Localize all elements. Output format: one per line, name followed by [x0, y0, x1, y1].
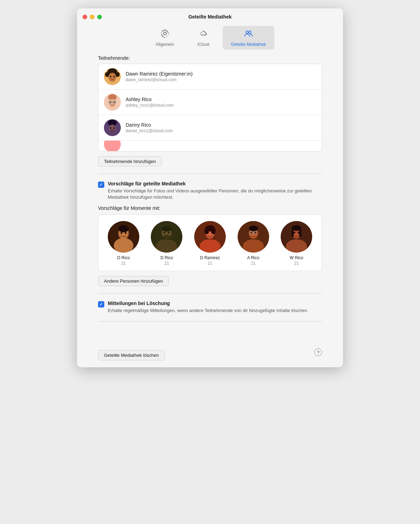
checkbox-wrapper-2 [98, 301, 104, 307]
person-name-wrico: W Rico [290, 255, 303, 260]
tab-allgemein[interactable]: Allgemein [146, 26, 184, 50]
add-people-button[interactable]: Andere Personen hinzufügen [98, 276, 169, 286]
svg-point-29 [120, 232, 122, 234]
participant-name: Danny Rico [126, 122, 173, 128]
participant-name: Dawn Ramirez (Eigentümer:in) [126, 71, 192, 77]
svg-point-7 [110, 76, 111, 77]
svg-point-21 [113, 127, 115, 129]
svg-point-1 [249, 31, 251, 34]
divider-1 [98, 174, 322, 174]
main-window: Geteilte Mediathek Allgemein iCloud [77, 8, 343, 367]
tab-geteilt-label: Geteilte Mediathek [231, 42, 266, 47]
svg-point-54 [251, 232, 252, 233]
person-name-orico: O Rico [117, 255, 130, 260]
participant-name: Ashley Rico [126, 97, 174, 102]
svg-point-62 [294, 232, 295, 234]
participants-list: Dawn Ramirez (Eigentümer:in) dawn_ramire… [98, 64, 322, 151]
person-card-drico[interactable]: D Rico 21 [151, 221, 182, 266]
minimize-button[interactable] [90, 15, 94, 19]
person-name-drico: D Rico [160, 255, 173, 260]
svg-point-30 [125, 232, 126, 234]
person-name-dramirez: D Ramirez [200, 255, 220, 260]
svg-rect-38 [151, 221, 182, 253]
cloud-icon [198, 29, 208, 41]
window-controls [83, 15, 102, 19]
main-content: Teilnehmende: [77, 55, 343, 339]
svg-point-23 [104, 141, 121, 151]
suggestions-checkbox-title: Vorschläge für geteilte Mediathek [108, 181, 322, 186]
participant-info: Danny Rico daniel_rico1@icloud.com [126, 122, 173, 133]
suggestions-checkbox[interactable] [98, 182, 104, 188]
svg-point-63 [298, 232, 300, 234]
svg-point-28 [118, 225, 129, 232]
person-photo-arico [238, 221, 269, 253]
toolbar: Allgemein iCloud Geteilte Mediathek [77, 22, 343, 55]
notifications-checkbox-title: Mitteilungen bei Löschung [108, 300, 322, 306]
tab-icloud[interactable]: iCloud [184, 26, 223, 50]
person-card-dramirez[interactable]: D Ramirez 21 [194, 221, 226, 266]
person-card-orico[interactable]: O Rico 21 [108, 221, 139, 266]
checkbox-wrapper [98, 182, 104, 188]
suggestions-checkbox-section: Vorschläge für geteilte Mediathek Erhalt… [98, 181, 322, 200]
divider-3 [98, 321, 322, 321]
participant-row: Dawn Ramirez (Eigentümer:in) dawn_ramire… [98, 64, 322, 90]
participant-row: Danny Rico daniel_rico1@icloud.com [98, 115, 322, 141]
maximize-button[interactable] [97, 15, 102, 19]
participant-email: dawn_ramirez@icloud.com [126, 77, 192, 82]
bottom-bar: Geteilte Mediathek löschen ? [77, 339, 343, 367]
shared-library-icon [244, 29, 253, 41]
notifications-checkbox-section: Mitteilungen bei Löschung Erhalte regelm… [98, 300, 322, 314]
tab-allgemein-label: Allgemein [156, 42, 174, 47]
suggestions-checkbox-text: Vorschläge für geteilte Mediathek Erhalt… [108, 181, 322, 200]
notifications-checkbox-text: Mitteilungen bei Löschung Erhalte regelm… [108, 300, 322, 314]
avatar-ashley [104, 94, 121, 111]
svg-point-16 [114, 102, 115, 103]
person-count-dramirez: 21 [208, 261, 212, 266]
participant-info: Ashley Rico ashley_rico1@icloud.com [126, 97, 174, 108]
participant-row-partial [98, 141, 322, 151]
help-button[interactable]: ? [314, 348, 322, 356]
suggestions-checkbox-desc: Erhalte Vorschläge für Fotos und Videos … [108, 188, 322, 200]
person-name-arico: A Rico [247, 255, 259, 260]
svg-point-26 [114, 238, 133, 253]
delete-library-button[interactable]: Geteilte Mediathek löschen [98, 350, 165, 360]
add-participants-button[interactable]: Teilnehmende hinzufügen [98, 156, 162, 167]
svg-point-8 [113, 76, 115, 77]
tab-icloud-label: iCloud [197, 42, 209, 47]
svg-point-15 [110, 102, 111, 103]
person-count-wrico: 21 [294, 261, 299, 266]
notifications-checkbox[interactable] [98, 301, 104, 307]
participant-email: ashley_rico1@icloud.com [126, 103, 174, 108]
svg-point-55 [255, 232, 256, 233]
person-photo-orico [108, 221, 139, 253]
svg-point-20 [110, 127, 111, 129]
notifications-checkbox-desc: Erhalte regelmäßige Mitteilungen, wenn a… [108, 307, 322, 314]
tab-geteilt[interactable]: Geteilte Mediathek [223, 26, 274, 50]
svg-point-46 [211, 232, 213, 234]
close-button[interactable] [83, 15, 87, 19]
svg-point-0 [246, 31, 248, 34]
avatar-danny [104, 119, 121, 136]
svg-point-50 [249, 226, 258, 231]
people-grid: O Rico 21 [98, 214, 322, 271]
person-count-drico: 21 [164, 261, 169, 266]
divider-2 [98, 293, 322, 293]
person-card-wrico[interactable]: W Rico 21 [281, 221, 312, 266]
titlebar: Geteilte Mediathek [77, 8, 343, 22]
svg-point-6 [108, 73, 116, 82]
svg-point-45 [207, 232, 209, 234]
participant-email: daniel_rico1@icloud.com [126, 128, 173, 133]
participant-row: Ashley Rico ashley_rico1@icloud.com [98, 90, 322, 115]
person-count-arico: 21 [251, 261, 255, 266]
gear-icon [160, 29, 170, 41]
person-count-orico: 21 [121, 261, 126, 266]
person-photo-dramirez [194, 221, 226, 253]
participant-info: Dawn Ramirez (Eigentümer:in) dawn_ramire… [126, 71, 192, 82]
window-title: Geteilte Mediathek [188, 14, 232, 20]
avatar-partial [104, 141, 121, 151]
person-photo-wrico [281, 221, 312, 253]
person-photo-drico [151, 221, 182, 253]
participants-section-label: Teilnehmende: [98, 55, 322, 61]
moments-label: Vorschläge für Momente mit: [98, 205, 322, 211]
person-card-arico[interactable]: A Rico 21 [238, 221, 269, 266]
